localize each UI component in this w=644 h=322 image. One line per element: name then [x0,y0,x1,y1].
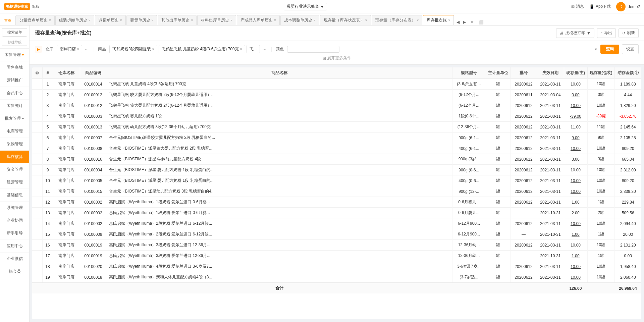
row-stock-main[interactable]: 10.00 [564,143,587,154]
sidebar-item-member[interactable]: 会员中心 [0,87,29,100]
tab-kucunpici[interactable]: 库存批次账 × [423,15,454,25]
row-stock-main[interactable]: 2.00 [564,208,587,218]
tab-close-icon[interactable]: × [417,18,419,22]
product-more-icon[interactable]: ··· [261,46,268,53]
row-stock-main[interactable]: 11.00 [564,122,587,132]
row-stock-main[interactable]: 10.00 [564,100,587,111]
settings-btn[interactable]: 设置 [622,44,639,54]
col-settings[interactable]: ⚙ [32,67,42,79]
color-input[interactable] [287,46,339,53]
message-icon: ✉ [571,4,575,9]
sidebar-item-wholesale-mgmt[interactable]: 批发管理 ▼ [0,112,29,125]
sidebar-item-appcenter[interactable]: 应用中心 [0,240,29,253]
sidebar-item-basicinfo[interactable]: 基础信息 [0,189,29,202]
tab-maximize-icon[interactable]: ⬜ [477,19,485,25]
tab-bar: 首页 分量盘点单历史 × 组装拆卸单历史 × 调拨单历史 × 要货单历史 × 其… [0,13,644,25]
row-stock-main[interactable]: -39.00 [564,111,587,122]
row-stock-main[interactable]: 10.00 [564,261,587,272]
tab-close-icon[interactable]: × [365,18,367,22]
export-btn[interactable]: ↑ 导出 [597,28,616,38]
refresh-btn[interactable]: ↺ 刷新 [619,28,639,38]
product-tag-1[interactable]: 飞鹤奶粉3段四罐提装 × [109,45,157,53]
product-tag-2-remove[interactable]: × [240,47,242,51]
row-expiry: 2021-03-11 [537,143,564,154]
query-btn[interactable]: 查询 [600,45,619,54]
row-unit: 罐 [486,261,510,272]
expand-more-icon[interactable]: ▼ [594,47,598,51]
warehouse-more-icon[interactable]: ··· [84,46,90,53]
row-stock-main[interactable]: 10.00 [564,79,587,90]
row-stock-main[interactable]: 10.00 [564,186,587,197]
row-stock-main[interactable]: 10.00 [564,218,587,229]
guide-label: 新手引导 [7,230,23,236]
tab-prev-icon[interactable]: ◀ [455,19,461,25]
filter-expand-btn[interactable]: ▶ [35,46,42,53]
col-balance: 结存金额 ⓘ [614,67,641,79]
account-dropdown[interactable]: 母婴行业演示账套 ▼ [284,3,327,10]
sidebar-item-system[interactable]: 系统管理 [0,202,29,214]
tab-xiancunliang-kucunzhuang[interactable]: 现存量（库存状况表） × [320,15,371,25]
tab-fenliangpandian[interactable]: 分量盘点单历史 × [16,15,55,25]
sidebar-item-ecommerce[interactable]: 电商管理 [0,125,29,138]
page-title: 现存量查询(按仓库+批次) [35,30,92,36]
row-stock-main[interactable]: 9.00 [564,132,587,143]
row-stock-main[interactable]: 1.00 [564,229,587,240]
sidebar-item-retail-mall[interactable]: 零售商城 [0,61,29,74]
tab-xiancunliang-fenbiao[interactable]: 现存量（库存分布表） × [372,15,423,25]
sidebar-item-inventory[interactable]: 库存核算 [0,151,29,163]
user-area[interactable]: D demo2 [616,2,640,11]
sidebar-item-marketing[interactable]: 营销推广 [0,74,29,87]
row-unit: 罐 [486,175,510,186]
row-stock-main[interactable]: 0.00 [564,90,587,100]
product-tag-1-remove[interactable]: × [152,47,154,51]
sidebar-item-changyuaner[interactable]: 畅会员 [0,265,29,278]
row-expiry: 2021-03-11 [537,111,564,122]
sidebar-item-wxwork[interactable]: 企业微信 [0,253,29,265]
tab-close-icon[interactable]: × [448,18,450,22]
tab-close-icon[interactable]: × [314,18,316,22]
row-stock-main[interactable]: 3.00 [564,154,587,165]
tab-close-icon[interactable]: × [230,18,232,22]
tab-close-icon[interactable]: × [152,18,154,22]
tab-close-icon[interactable]: × [120,18,122,22]
row-stock-main[interactable]: 10.00 [564,240,587,251]
row-stock-main[interactable]: 1.00 [564,197,587,208]
template-print-btn[interactable]: 🖨 按模板打印 ▼ [556,28,594,38]
user-name: demo2 [628,4,640,9]
tab-close-icon[interactable]: × [274,18,276,22]
tab-next-icon[interactable]: ▶ [462,19,467,25]
sidebar-item-retail-stats[interactable]: 零售统计 [0,100,29,112]
sidebar-item-operations[interactable]: 经营管理 [0,176,29,189]
tab-close-all-icon[interactable]: ✕ [469,19,475,25]
warehouse-tag[interactable]: 南岸门店 × [57,45,82,53]
message-btn[interactable]: ✉ 消息 [571,4,584,9]
sidebar-item-purchase[interactable]: 采购管理 [0,138,29,151]
app-download-btn[interactable]: 📱 App下载 [589,4,611,9]
row-stock-main[interactable]: 10.00 [564,165,587,175]
tab-diaobo[interactable]: 调拨单历史 × [95,15,126,25]
row-stock-main[interactable]: 10.00 [564,272,587,283]
row-stock-main[interactable]: 10.00 [564,175,587,186]
sidebar-item-collaboration[interactable]: 企业协同 [0,214,29,227]
sidebar-item-retail-mgmt[interactable]: 零售管理 ▼ [0,49,29,61]
tab-qtchuku[interactable]: 其他出库单历史 × [158,15,197,25]
sidebar-item-finance[interactable]: 资金管理 [0,163,29,176]
tab-close-icon[interactable]: × [49,18,51,22]
row-name: 惠氏启赋（Wyeth illuma）3段奶粉 爱尔兰进口 12-36月... [107,251,452,261]
warehouse-tag-remove[interactable]: × [77,47,79,51]
expand-more-btn[interactable]: ⊞ 展开更多条件 [323,55,351,61]
tab-chanchengpin[interactable]: 产成品入库单历史 × [237,15,280,25]
product-tag-3[interactable]: 飞... [247,45,260,53]
tab-home[interactable]: 首页 [0,16,16,25]
sidebar-item-guide[interactable]: 新手引导 [0,227,29,240]
row-stock-main[interactable]: 1.00 [564,251,587,261]
tab-zuzhuangchaijian[interactable]: 组装拆卸单历史 × [55,15,94,25]
product-tag-2[interactable]: 飞鹤星飞帆 儿童奶粉 4段(3-6岁适用) 700克 × [159,45,245,53]
tab-close-icon[interactable]: × [89,18,91,22]
search-menu-btn[interactable]: 搜索菜单 [2,28,27,37]
tab-close-icon[interactable]: × [191,18,193,22]
row-settings [32,272,42,283]
tab-chengben[interactable]: 成本调整单历史 × [280,15,319,25]
tab-clchuku[interactable]: 材料出库单历史 × [197,15,236,25]
tab-yaohuo[interactable]: 要货单历史 × [126,15,157,25]
